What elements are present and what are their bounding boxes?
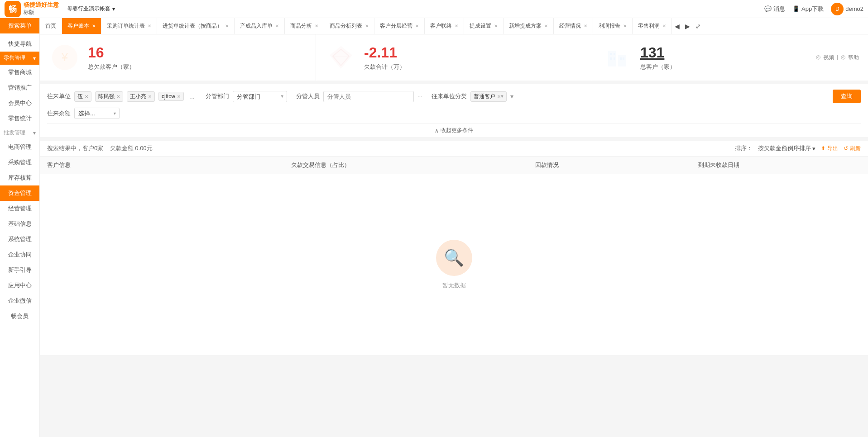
mobile-icon: 📱	[792, 5, 800, 12]
result-summary: 搜索结果中，客户0家 欠款金额 0.00元	[47, 144, 153, 152]
video-link[interactable]: 视频	[823, 54, 834, 62]
tab-prev-button[interactable]: ◀	[672, 18, 682, 34]
tab-close-icon[interactable]: ✕	[225, 24, 229, 28]
chevron-down-icon: ▾	[812, 145, 815, 152]
tab-close-icon[interactable]: ✕	[365, 24, 369, 28]
refresh-icon: ↺	[844, 145, 848, 152]
sidebar-quick-nav[interactable]: 快捷导航	[0, 36, 39, 52]
collapse-button[interactable]: ∧ 收起更多条件	[47, 124, 861, 137]
sidebar-item-retail-mgmt[interactable]: 零售管理 ▾	[0, 52, 39, 65]
user-avatar-button[interactable]: D demo2	[831, 3, 863, 15]
sidebar-item-new-guide[interactable]: 新手引导	[0, 262, 39, 278]
filter-tag-wu[interactable]: 伍 ✕	[74, 91, 91, 102]
tab-product-analysis[interactable]: 商品分析 ✕	[285, 18, 324, 34]
top-bar: 畅 畅捷通好生意 标版 母婴行业演示帐套 ▾ 💬 消息 📱 App下载 D de…	[0, 0, 868, 18]
tab-close-icon[interactable]: ✕	[544, 24, 548, 28]
tab-bar: 首页 客户账本 ✕ 采购订单统计表 ✕ 进货单统计表（按商品） ✕ 产成品入库单…	[40, 18, 868, 34]
sidebar-item-inventory[interactable]: 库存核算	[0, 170, 39, 185]
app-download-button[interactable]: 📱 App下载	[792, 5, 824, 13]
tab-commission-setting[interactable]: 提成设置 ✕	[464, 18, 504, 34]
stat-number-1: 16	[88, 44, 135, 61]
sidebar-item-operations[interactable]: 经营管理	[0, 201, 39, 216]
tab-close-icon[interactable]: ✕	[315, 24, 318, 28]
logo-area: 畅 畅捷通好生意 标版	[5, 1, 59, 17]
sidebar-item-ecommerce[interactable]: 电商管理	[0, 139, 39, 155]
sidebar-item-member[interactable]: 会员中心	[0, 95, 39, 111]
help-link[interactable]: 帮助	[848, 54, 859, 62]
avatar: D	[831, 3, 844, 15]
tag-close-icon[interactable]: ✕	[85, 94, 88, 99]
sidebar-item-chang-member[interactable]: 畅会员	[0, 309, 39, 324]
balance-select-wrap: 选择...	[74, 108, 120, 119]
stat-info-1: 16 总欠款客户（家）	[88, 44, 135, 71]
sidebar-item-enterprise-collab[interactable]: 企业协同	[0, 247, 39, 262]
message-button[interactable]: 💬 消息	[764, 5, 785, 13]
more-tags-button[interactable]: ...	[187, 92, 197, 101]
message-icon: 💬	[764, 5, 772, 12]
sidebar-item-enterprise-wechat[interactable]: 企业微信	[0, 293, 39, 309]
tab-next-button[interactable]: ▶	[682, 18, 693, 34]
tab-profit-report[interactable]: 利润报告 ✕	[593, 18, 633, 34]
tab-production-inbound[interactable]: 产成品入库单 ✕	[235, 18, 285, 34]
sidebar-item-purchase[interactable]: 采购管理	[0, 155, 39, 170]
building-icon	[601, 42, 633, 73]
tag-close-icon[interactable]: ✕	[177, 94, 181, 99]
tab-close-icon[interactable]: ✕	[455, 24, 458, 28]
tab-expand-button[interactable]: ⤢	[693, 18, 704, 34]
sidebar-item-marketing[interactable]: 营销推广	[0, 80, 39, 95]
tab-customer-contact[interactable]: 客户联络 ✕	[425, 18, 464, 34]
sort-selector[interactable]: 按欠款金额倒序排序 ▾	[758, 144, 815, 152]
tab-close-icon[interactable]: ✕	[92, 24, 96, 28]
filter-tag-cjttcw[interactable]: cjttcw ✕	[158, 92, 184, 101]
sidebar-nav: 快捷导航 零售管理 ▾ 零售商城 营销推广 会员中心 零售统计 批发管理 ▾	[0, 33, 39, 327]
search-button[interactable]: 查询	[833, 90, 861, 103]
sidebar-item-wholesale[interactable]: 批发管理 ▾	[0, 126, 39, 139]
sidebar-item-retail-stats[interactable]: 零售统计	[0, 111, 39, 126]
stat-label-3: 总客户（家）	[640, 63, 676, 71]
tab-customer-ledger[interactable]: 客户账本 ✕	[62, 18, 101, 34]
result-bar: 搜索结果中，客户0家 欠款金额 0.00元 排序： 按欠款金额倒序排序 ▾ ⬆ …	[40, 141, 868, 157]
tab-close-icon[interactable]: ✕	[415, 24, 419, 28]
person-filter-input[interactable]	[323, 91, 414, 102]
sidebar-item-retail-mall[interactable]: 零售商城	[0, 65, 39, 80]
unit-type-dropdown[interactable]: ▾	[510, 93, 513, 100]
sidebar-item-basic-info[interactable]: 基础信息	[0, 216, 39, 232]
stat-number-3: 131	[640, 44, 676, 61]
tab-close-icon[interactable]: ✕	[275, 24, 279, 28]
tab-home[interactable]: 首页	[40, 18, 62, 34]
result-bar-right: 排序： 按欠款金额倒序排序 ▾ ⬆ 导出 ↺ 刷新	[735, 144, 861, 152]
balance-select[interactable]: 选择...	[74, 108, 120, 119]
tab-close-icon[interactable]: ✕	[584, 24, 587, 28]
tab-close-icon[interactable]: ✕	[662, 24, 666, 28]
account-selector[interactable]: 母婴行业演示帐套 ▾	[67, 5, 115, 13]
stat-total-debt-customers: ¥ 16 总欠款客户（家）	[40, 34, 316, 81]
tab-purchase-stats[interactable]: 采购订单统计表 ✕	[101, 18, 157, 34]
tab-close-icon[interactable]: ✕	[494, 24, 498, 28]
tag-close-icon[interactable]: ✕	[148, 94, 152, 99]
tab-close-icon[interactable]: ✕	[623, 24, 627, 28]
dept-select[interactable]: 分管部门	[233, 91, 287, 102]
tab-product-analysis-list[interactable]: 商品分析列表 ✕	[324, 18, 374, 34]
sidebar-item-system[interactable]: 系统管理	[0, 232, 39, 247]
tab-add-commission-plan[interactable]: 新增提成方案 ✕	[504, 18, 554, 34]
export-button[interactable]: ⬆ 导出	[821, 145, 838, 152]
filter-tag-common-customer[interactable]: 普通客户 ✕	[470, 91, 507, 102]
sidebar-item-finance[interactable]: 资金管理	[0, 185, 39, 201]
tab-operations[interactable]: 经营情况 ✕	[554, 18, 593, 34]
tab-customer-layer[interactable]: 客户分层经营 ✕	[374, 18, 425, 34]
person-more-button[interactable]: ···	[417, 93, 423, 100]
tab-retail-profit[interactable]: 零售利润 ✕	[633, 18, 672, 34]
top-bar-left: 畅 畅捷通好生意 标版 母婴行业演示帐套 ▾	[5, 1, 115, 17]
sidebar-item-app-center[interactable]: 应用中心	[0, 278, 39, 293]
chevron-icon: ▾	[33, 55, 36, 62]
tag-close-icon[interactable]: ✕	[497, 94, 501, 99]
refresh-button[interactable]: ↺ 刷新	[844, 145, 861, 152]
person-filter-label: 分管人员	[296, 92, 320, 100]
tab-close-icon[interactable]: ✕	[148, 24, 151, 28]
sidebar-search[interactable]: 搜索菜单	[0, 18, 39, 33]
filter-tag-chen[interactable]: 陈民强 ✕	[95, 91, 123, 102]
filter-tag-wang[interactable]: 王小亮 ✕	[127, 91, 155, 102]
tab-inbound-stats[interactable]: 进货单统计表（按商品） ✕	[157, 18, 235, 34]
tag-close-icon[interactable]: ✕	[116, 94, 120, 99]
stats-row: ¥ 16 总欠款客户（家）	[40, 34, 868, 81]
